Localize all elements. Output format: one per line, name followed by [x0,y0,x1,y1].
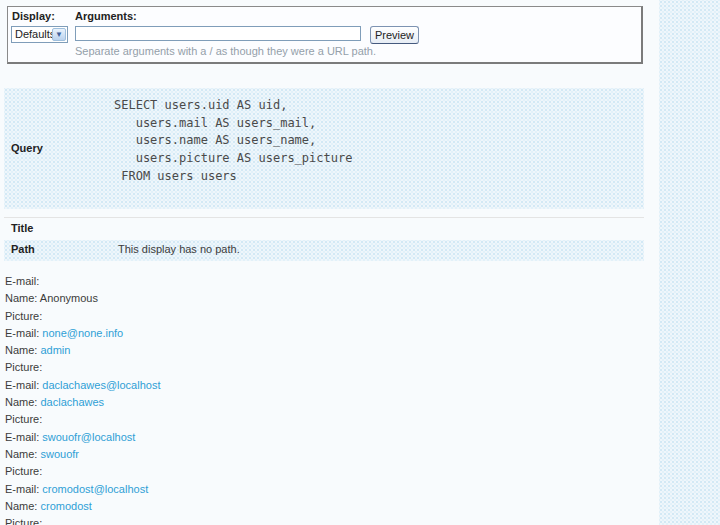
field-email: E-mail: [5,273,655,290]
field-label: Picture: [5,361,42,373]
field-label: Picture: [5,517,42,525]
field-picture: Picture: [5,463,655,480]
field-email: E-mail: daclachawes@localhost [5,377,655,394]
field-label: Picture: [5,310,42,322]
list-item: E-mail: Name: AnonymousPicture: [5,273,655,325]
field-name: Name: admin [5,342,655,359]
arguments-label: Arguments: [75,10,137,22]
field-label: Name: [5,396,40,408]
title-label: Title [11,222,33,234]
field-email: E-mail: none@none.info [5,325,655,342]
field-label: Name: [5,292,40,304]
field-picture: Picture: [5,411,655,428]
field-name: Name: cromodost [5,498,655,515]
name-link[interactable]: swouofr [40,448,79,460]
field-label: Name: [5,448,40,460]
field-name: Name: swouofr [5,446,655,463]
display-select[interactable]: Defaults ▼ [11,26,68,43]
list-item: E-mail: none@none.infoName: adminPicture… [5,325,655,377]
display-label: Display: [12,10,55,22]
field-value: Anonymous [40,292,98,304]
email-link[interactable]: daclachawes@localhost [42,379,160,391]
field-label: E-mail: [5,327,42,339]
field-label: E-mail: [5,379,42,391]
query-sql: SELECT users.uid AS uid, users.mail AS u… [114,97,352,186]
field-name: Name: Anonymous [5,290,655,307]
title-row: Title [4,218,644,240]
list-item: E-mail: swouofr@localhostName: swouofrPi… [5,429,655,481]
email-link[interactable]: cromodost@localhost [42,483,148,495]
field-email: E-mail: swouofr@localhost [5,429,655,446]
field-email: E-mail: cromodost@localhost [5,481,655,498]
field-label: Picture: [5,413,42,425]
field-label: Name: [5,500,40,512]
display-selected-value: Defaults [15,28,55,41]
views-preview-page: Display: Defaults ▼ Arguments: Preview S… [0,0,720,525]
preview-button[interactable]: Preview [370,26,419,44]
field-label: E-mail: [5,275,39,287]
path-label: Path [11,243,35,255]
list-item: E-mail: daclachawes@localhostName: dacla… [5,377,655,429]
email-link[interactable]: none@none.info [42,327,123,339]
name-link[interactable]: cromodost [40,500,91,512]
field-label: Name: [5,344,40,356]
field-label: E-mail: [5,483,42,495]
field-picture: Picture: [5,359,655,376]
field-picture: Picture: [5,308,655,325]
arguments-input[interactable] [75,26,361,41]
name-link[interactable]: daclachawes [40,396,104,408]
arguments-help-text: Separate arguments with a / as though th… [75,45,376,57]
path-value: This display has no path. [118,243,240,255]
background-texture [659,0,720,525]
path-row: Path This display has no path. [4,240,644,261]
field-picture: Picture: [5,515,655,525]
email-link[interactable]: swouofr@localhost [42,431,135,443]
name-link[interactable]: admin [40,344,70,356]
preview-controls-panel: Display: Defaults ▼ Arguments: Preview S… [7,6,643,64]
select-arrow-icon[interactable]: ▼ [52,28,66,41]
field-name: Name: daclachawes [5,394,655,411]
field-label: Picture: [5,465,42,477]
list-item: E-mail: cromodost@localhostName: cromodo… [5,481,655,525]
results-list: E-mail: Name: AnonymousPicture: E-mail: … [5,273,655,525]
field-label: E-mail: [5,431,42,443]
query-label: Query [11,142,43,154]
